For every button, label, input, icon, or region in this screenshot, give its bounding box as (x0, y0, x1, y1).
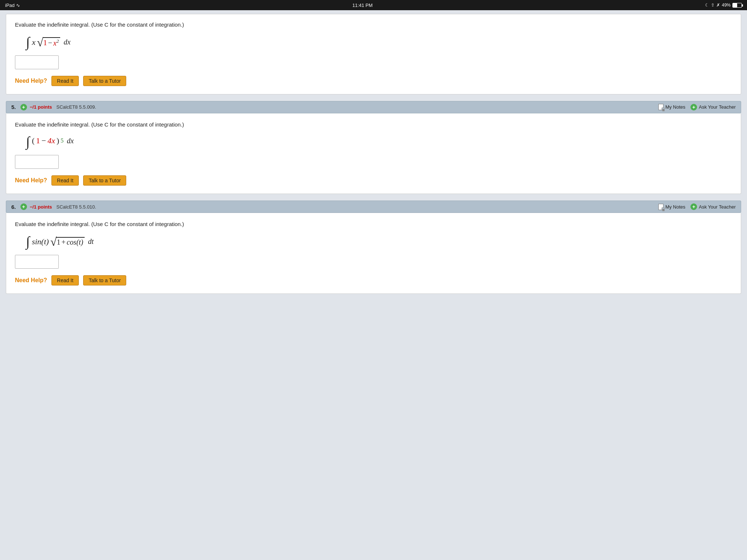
status-ipad: iPad ∿ (5, 3, 20, 8)
question5-talk-tutor-button[interactable]: Talk to a Tutor (83, 175, 126, 186)
question5-points: −/1 points (30, 104, 52, 110)
q6-sin: sin(t) (32, 237, 49, 246)
question6-header-right: My Notes + Ask Your Teacher (658, 203, 736, 210)
partial-read-it-button[interactable]: Read It (51, 76, 79, 86)
question5-formula: ∫ ( 1 − 4x ) 5 dx (26, 135, 732, 148)
page-content: Evaluate the indefinite integral. (Use C… (0, 10, 747, 560)
q6-math-content: sin(t) √ 1 + cos(t) dt (32, 236, 93, 248)
question5-need-help-label: Need Help? (15, 177, 47, 184)
question5-plus-icon[interactable]: + (20, 104, 27, 110)
sqrt-expression: √ 1 − x2 (37, 36, 60, 48)
partial-formula: ∫ x √ 1 − x2 dx (26, 35, 732, 49)
math-content: x √ 1 − x2 dx (32, 36, 70, 48)
moon-icon: ☾ (705, 3, 709, 8)
q5-close-paren: ) (57, 136, 59, 145)
question6-need-help-row: Need Help? Read It Talk to a Tutor (15, 275, 732, 285)
question6-formula: ∫ sin(t) √ 1 + cos(t) dt (26, 234, 732, 248)
question5-my-notes-label: My Notes (665, 104, 685, 110)
partial-need-help-label: Need Help? (15, 78, 47, 84)
variable-x: x (32, 38, 35, 47)
question6-ask-teacher-plus-icon: + (690, 203, 697, 210)
question5-ask-teacher-plus-icon: + (690, 104, 697, 110)
question6-header-left: 6. + −/1 points SCalcET8 5.5.010. (11, 203, 96, 210)
battery-icon (732, 3, 742, 8)
question6-text: Evaluate the indefinite integral. (Use C… (15, 220, 732, 229)
question6-my-notes-label: My Notes (665, 204, 685, 210)
question6-number: 6. (11, 204, 16, 210)
question6-problem-id: SCalcET8 5.5.010. (57, 204, 96, 210)
status-time: 11:41 PM (352, 3, 373, 8)
question5-number: 5. (11, 104, 16, 110)
question6-plus-icon[interactable]: + (20, 203, 27, 210)
question5-header-left: 5. + −/1 points SCalcET8 5.5.009. (11, 104, 96, 110)
status-right: ☾ ⇧ ✗ 49% (705, 3, 742, 8)
question5-ask-teacher-button[interactable]: + Ask Your Teacher (690, 104, 736, 110)
question5-container: 5. + −/1 points SCalcET8 5.5.009. My Not… (6, 101, 741, 194)
partial-answer-input[interactable] (15, 55, 59, 69)
question6-container: 6. + −/1 points SCalcET8 5.5.010. My Not… (6, 201, 741, 294)
status-bar: iPad ∿ 11:41 PM ☾ ⇧ ✗ 49% (0, 0, 747, 10)
integral-sign: ∫ (26, 35, 30, 49)
q6-cost: cos(t) (67, 238, 84, 246)
partial-question-card: Evaluate the indefinite integral. (Use C… (6, 14, 741, 94)
q5-open-paren: ( (32, 136, 34, 145)
partial-talk-tutor-button[interactable]: Talk to a Tutor (83, 76, 126, 86)
question6-header: 6. + −/1 points SCalcET8 5.5.010. My Not… (6, 201, 741, 213)
question6-ask-teacher-button[interactable]: + Ask Your Teacher (690, 203, 736, 210)
question6-points: −/1 points (30, 204, 52, 210)
q6-one: 1 (57, 238, 60, 246)
partial-question-text: Evaluate the indefinite integral. (Use C… (15, 21, 732, 29)
question6-need-help-label: Need Help? (15, 277, 47, 284)
number-one: 1 (43, 39, 47, 47)
question5-text: Evaluate the indefinite integral. (Use C… (15, 121, 732, 129)
battery-text: 49% (722, 3, 731, 8)
question5-ask-teacher-label: Ask Your Teacher (699, 104, 736, 110)
question5-read-it-button[interactable]: Read It (51, 175, 79, 186)
question6-talk-tutor-button[interactable]: Talk to a Tutor (83, 275, 126, 285)
q5-minus: − (42, 136, 46, 145)
q5-4x: 4x (47, 136, 55, 145)
question5-answer-input[interactable] (15, 155, 59, 169)
q5-dx: dx (67, 137, 74, 145)
radical-content: 1 − x2 (43, 37, 61, 47)
dx: dx (63, 38, 70, 46)
q5-one: 1 (36, 136, 40, 145)
question6-ask-teacher-label: Ask Your Teacher (699, 204, 736, 210)
bluetooth-icon: ✗ (716, 3, 720, 8)
question5-header-right: My Notes + Ask Your Teacher (658, 104, 736, 110)
location-icon: ⇧ (711, 3, 715, 8)
q6-dt: dt (88, 237, 94, 246)
question6-body: Evaluate the indefinite integral. (Use C… (6, 213, 741, 294)
question5-body: Evaluate the indefinite integral. (Use C… (6, 113, 741, 194)
question6-answer-input[interactable] (15, 255, 59, 269)
question5-header: 5. + −/1 points SCalcET8 5.5.009. My Not… (6, 101, 741, 113)
q6-plus: + (61, 238, 65, 246)
q6-notes-icon (658, 204, 663, 210)
partial-need-help-row: Need Help? Read It Talk to a Tutor (15, 76, 732, 86)
question5-my-notes-button[interactable]: My Notes (658, 104, 685, 110)
q5-integral-sign: ∫ (26, 135, 30, 148)
question5-problem-id: SCalcET8 5.5.009. (57, 104, 96, 110)
x-squared: x2 (53, 38, 59, 47)
q6-radical-content: 1 + cos(t) (56, 237, 85, 246)
q6-integral-sign: ∫ (26, 234, 30, 248)
notes-icon (658, 104, 663, 110)
q5-math-content: ( 1 − 4x ) 5 dx (32, 136, 74, 145)
question6-read-it-button[interactable]: Read It (51, 275, 79, 285)
question6-my-notes-button[interactable]: My Notes (658, 204, 685, 210)
q6-sqrt-expression: √ 1 + cos(t) (50, 236, 85, 248)
minus-sign: − (48, 39, 52, 47)
question5-need-help-row: Need Help? Read It Talk to a Tutor (15, 175, 732, 186)
